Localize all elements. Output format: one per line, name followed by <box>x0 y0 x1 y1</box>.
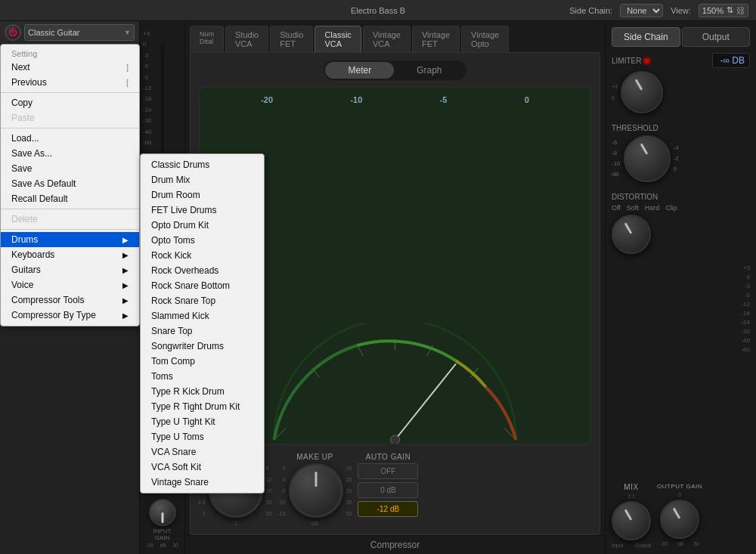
submenu-rocksnaretop[interactable]: Rock Snare Top <box>141 293 264 308</box>
menu-item-paste[interactable]: Paste <box>1 110 139 125</box>
ratio-scale-right: 8 12 20 30 50 <box>266 466 272 516</box>
menu-item-keyboards[interactable]: Keyboards ▶ <box>1 247 139 262</box>
menu-item-saveas[interactable]: Save As... <box>1 146 139 161</box>
submenu-typertaindrumkit[interactable]: Type R Tight Drum Kit <box>141 399 264 414</box>
limiter-scale: +3 0 <box>612 84 618 101</box>
submenu-typeutoms[interactable]: Type U Toms <box>141 429 264 444</box>
output-tab[interactable]: Output <box>682 27 751 47</box>
threshold-label: THRESHOLD <box>612 124 750 132</box>
submenu-snaretop[interactable]: Snare Top <box>141 323 264 339</box>
menu-item-voice[interactable]: Voice ▶ <box>1 277 139 292</box>
bottom-label: Compressor <box>185 535 605 554</box>
tab-num-dital[interactable]: NumDital <box>190 26 224 52</box>
menu-item-load[interactable]: Load... <box>1 131 139 146</box>
view-control[interactable]: 150% ⇅ ⛓ <box>699 4 748 17</box>
preset-select[interactable]: Classic Guitar ▼ <box>24 24 135 41</box>
submenu-optotoms[interactable]: Opto Toms <box>141 233 264 248</box>
right-panel: Side Chain Output LIMITER -∞ dB +3 0 <box>605 21 756 554</box>
limiter-label-row: LIMITER -∞ dB <box>612 53 750 68</box>
view-value: 150% <box>702 6 723 15</box>
limiter-value: -∞ dB <box>712 53 750 68</box>
menu-item-guitars[interactable]: Guitars ▶ <box>1 262 139 277</box>
distortion-knob[interactable] <box>612 215 651 254</box>
sidechain-tab[interactable]: Side Chain <box>612 27 680 47</box>
menu-item-previous[interactable]: Previous [ <box>1 75 139 90</box>
threshold-knob[interactable] <box>624 135 671 182</box>
meter-graph-wrapper: Meter Graph <box>198 60 592 80</box>
submenu-tomcomp[interactable]: Tom Comp <box>141 354 264 369</box>
auto-gain-label: AUTO GAIN <box>366 453 411 461</box>
output-gain-label: OUTPUT GAIN <box>657 483 702 490</box>
auto-gain-0db-button[interactable]: 0 dB <box>358 482 418 498</box>
auto-gain-buttons: OFF 0 dB -12 dB <box>358 463 418 517</box>
threshold-section: THRESHOLD -6 -8 -10 dB -4 -2 0 <box>612 124 750 182</box>
submenu-rockkick[interactable]: Rock Kick <box>141 248 264 263</box>
menu-item-delete[interactable]: Delete <box>1 212 139 227</box>
menu-item-next[interactable]: Next ] <box>1 60 139 75</box>
output-gain-section: OUTPUT GAIN 0 -30 dB 30 <box>657 483 702 548</box>
meter-graph-toggle: Meter Graph <box>324 60 466 80</box>
submenu-vintagesnare[interactable]: Vintage Snare <box>141 475 264 490</box>
submenu-rockoverheads[interactable]: Rock Overheads <box>141 263 264 278</box>
sidechain-select[interactable]: None <box>620 4 663 17</box>
vu-scale-minus20: -20 <box>261 95 273 104</box>
submenu-optodrumkit[interactable]: Opto Drum Kit <box>141 218 264 233</box>
submenu-typerkickdrum[interactable]: Type R Kick Drum <box>141 384 264 399</box>
mix-knob[interactable] <box>612 501 651 540</box>
svg-point-8 <box>391 435 400 444</box>
mix-scale-top: 1:1 <box>627 494 635 499</box>
distortion-hard-label: Hard <box>645 204 660 212</box>
menu-item-drums[interactable]: Drums ▶ <box>1 232 139 247</box>
graph-button[interactable]: Graph <box>394 62 464 79</box>
link-icon: ⛓ <box>736 6 745 15</box>
submenu-drummix[interactable]: Drum Mix <box>141 172 264 187</box>
menu-separator-2 <box>1 128 139 128</box>
menu-item-copy[interactable]: Copy <box>1 95 139 110</box>
submenu-vcasnare[interactable]: VCA Snare <box>141 444 264 460</box>
power-button[interactable]: ⏻ <box>5 24 21 41</box>
submenu-toms[interactable]: Toms <box>141 369 264 384</box>
tab-studio-vca[interactable]: StudioVCA <box>225 26 268 52</box>
makeup-unit: dB <box>311 520 319 527</box>
tab-vintage-opto[interactable]: VintageOpto <box>461 26 509 52</box>
context-menu: Setting Next ] Previous [ Copy Paste <box>0 44 140 327</box>
vu-scale: -20 -10 -5 0 <box>200 95 590 104</box>
submenu-fetlivedrums[interactable]: FET Live Drums <box>141 203 264 218</box>
vu-scale-minus10: -10 <box>350 95 362 104</box>
limiter-knob[interactable] <box>621 71 663 113</box>
submenu-rocksnarebottom[interactable]: Rock Snare Bottom <box>141 278 264 293</box>
tab-studio-fet[interactable]: StudioFET <box>270 26 313 52</box>
distortion-section: DISTORTION Off Soft Hard Clip <box>612 193 750 254</box>
menu-item-saveasdefault[interactable]: Save As Default <box>1 176 139 191</box>
menu-separator-1 <box>1 92 139 93</box>
input-gain-label: INPUT GAIN <box>146 528 178 541</box>
menu-item-compressortools[interactable]: Compressor Tools ▶ <box>1 292 139 308</box>
menu-separator-3 <box>1 209 139 209</box>
input-gain-knob[interactable] <box>149 499 176 526</box>
output-gain-knob[interactable] <box>660 500 699 539</box>
sidechain-label: Side Chain: <box>569 6 612 15</box>
submenu-classicdrums[interactable]: Classic Drums <box>141 157 264 172</box>
menu-item-compressorbytype[interactable]: Compressor By Type ▶ <box>1 308 139 323</box>
submenu-vcasoftkit[interactable]: VCA Soft Kit <box>141 460 264 475</box>
menu-item-recalldefault[interactable]: Recall Default <box>1 191 139 206</box>
menu-item-save[interactable]: Save <box>1 161 139 176</box>
distortion-off-label: Off <box>612 204 621 212</box>
auto-gain-m12db-button[interactable]: -12 dB <box>358 501 418 517</box>
tab-vintage-vca[interactable]: VintageVCA <box>363 26 411 52</box>
distortion-labels-row: Off Soft Hard Clip <box>612 204 750 212</box>
submenu-drumroom[interactable]: Drum Room <box>141 187 264 203</box>
tab-classic-vca[interactable]: ClassicVCA <box>314 26 361 52</box>
input-gain-scale: -30 dB 30 <box>146 543 178 548</box>
submenu-slammedkick[interactable]: Slammed Kick <box>141 308 264 323</box>
submenu-typeutightkit[interactable]: Type U Tight Kit <box>141 414 264 429</box>
makeup-knob[interactable] <box>289 463 343 518</box>
limiter-section: LIMITER -∞ dB +3 0 <box>612 53 750 113</box>
drums-submenu: Classic Drums Drum Mix Drum Room FET Liv… <box>140 153 265 494</box>
submenu-songwriterdrums[interactable]: Songwriter Drums <box>141 339 264 354</box>
tab-vintage-fet[interactable]: VintageFET <box>412 26 460 52</box>
auto-gain-off-button[interactable]: OFF <box>358 463 418 479</box>
meter-button[interactable]: Meter <box>325 62 394 79</box>
svg-line-2 <box>358 345 364 356</box>
distortion-clip-label: Clip <box>665 204 677 212</box>
